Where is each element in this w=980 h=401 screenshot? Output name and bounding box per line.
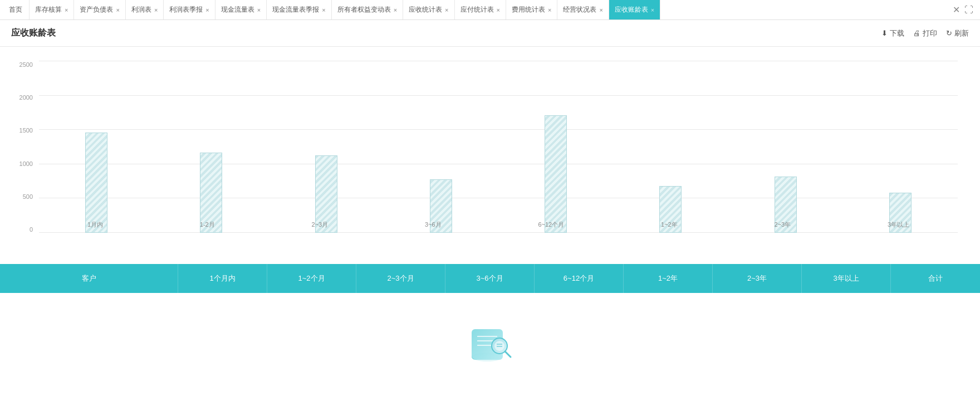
print-icon: 🖨 (913, 29, 920, 37)
x-label-5: 1~2年 (661, 221, 678, 229)
tab-ap-stats[interactable]: 应付统计表 × (455, 0, 506, 20)
page-header: 应收账龄表 ⬇ 下载 🖨 打印 ↻ 刷新 (0, 20, 980, 47)
print-label: 打印 (923, 28, 937, 38)
table-header-5: 6~12个月 (535, 264, 624, 293)
tab-ar-aging[interactable]: 应收账龄表 × (609, 0, 660, 20)
x-label-2: 2~3月 (312, 221, 329, 229)
window-controls: ✕ ⛶ (953, 4, 978, 15)
main-content: 2500 2000 1500 1000 500 0 (0, 47, 980, 401)
table-header-0: 客户 (0, 264, 178, 293)
tab-cashflow[interactable]: 现金流量表 × (215, 0, 267, 20)
tab-cashflow-quarter[interactable]: 现金流量表季报 × (267, 0, 331, 20)
chart-inner: 1月内1-2月2~3月3~6月6~12个月1~2年2~3年3年以上 (39, 61, 958, 233)
empty-illustration (459, 315, 521, 371)
y-label-2500a: 2500 (19, 61, 33, 68)
bar-group-4 (545, 115, 567, 233)
tab-balance[interactable]: 资产负债表 × (74, 0, 125, 20)
tab-inventory[interactable]: 库存核算 × (30, 0, 74, 20)
tab-close-profit-quarter[interactable]: × (205, 7, 209, 13)
tab-home[interactable]: 首页 (2, 0, 30, 20)
table-header-1: 1个月内 (178, 264, 267, 293)
tab-profit-quarter[interactable]: 利润表季报 × (164, 0, 215, 20)
y-label-1000: 1000 (19, 160, 33, 167)
x-label-4: 6~12个月 (538, 221, 564, 229)
x-label-1: 1-2月 (200, 221, 215, 229)
y-label-1500: 1500 (19, 127, 33, 134)
x-label-7: 3年以上 (888, 221, 909, 229)
tab-close-cashflow[interactable]: × (257, 7, 261, 13)
y-label-0: 0 (30, 226, 33, 233)
svg-line-7 (505, 351, 511, 357)
close-icon[interactable]: ✕ (953, 4, 960, 15)
x-axis: 1月内1-2月2~3月3~6月6~12个月1~2年2~3年3年以上 (39, 216, 958, 233)
table-header-7: 2~3年 (713, 264, 802, 293)
tab-equity[interactable]: 所有者权益变动表 × (332, 0, 403, 20)
x-label-3: 3~6月 (425, 221, 442, 229)
table-header-3: 2~3个月 (356, 264, 445, 293)
tab-close-equity[interactable]: × (394, 7, 397, 13)
refresh-label: 刷新 (954, 28, 969, 38)
page-title: 应收账龄表 (11, 27, 56, 39)
download-button[interactable]: ⬇ 下载 (881, 28, 904, 38)
tab-operation[interactable]: 经营状况表 × (557, 0, 609, 20)
tab-close-ar-stats[interactable]: × (445, 7, 448, 13)
refresh-icon: ↻ (946, 29, 952, 37)
tab-ar-stats[interactable]: 应收统计表 × (403, 0, 454, 20)
tab-close-cashflow-quarter[interactable]: × (322, 7, 325, 13)
table-header-2: 1~2个月 (267, 264, 356, 293)
tab-profit[interactable]: 利润表 × (126, 0, 164, 20)
y-axis: 2500 2000 1500 1000 500 0 (11, 61, 36, 233)
chart-area: 2500 2000 1500 1000 500 0 (0, 47, 980, 264)
tab-close-ap-stats[interactable]: × (497, 7, 500, 13)
tab-close-expense[interactable]: × (548, 7, 551, 13)
download-icon: ⬇ (881, 29, 888, 37)
table-header-9: 合计 (891, 264, 980, 293)
table-header-4: 3~6个月 (445, 264, 535, 293)
table-header-8: 3年以上 (802, 264, 891, 293)
header-actions: ⬇ 下载 🖨 打印 ↻ 刷新 (881, 28, 969, 38)
table-header-6: 1~2年 (624, 264, 713, 293)
chart-container: 2500 2000 1500 1000 500 0 (11, 56, 969, 255)
tab-close-operation[interactable]: × (599, 7, 602, 13)
tab-expense[interactable]: 费用统计表 × (506, 0, 557, 20)
tab-bar: 首页 库存核算 × 资产负债表 × 利润表 × 利润表季报 × 现金流量表 × … (0, 0, 980, 20)
refresh-button[interactable]: ↻ 刷新 (946, 28, 969, 38)
x-label-6: 2~3年 (775, 221, 791, 229)
y-label-2500b: 2000 (19, 94, 33, 101)
tab-close-inventory[interactable]: × (65, 7, 68, 13)
empty-state (0, 293, 980, 393)
tab-close-balance[interactable]: × (116, 7, 119, 13)
tab-close-ar-aging[interactable]: × (651, 7, 654, 13)
print-button[interactable]: 🖨 打印 (913, 28, 937, 38)
bars-area (39, 61, 958, 233)
x-label-0: 1月内 (87, 221, 103, 229)
y-label-500: 500 (23, 193, 33, 200)
svg-point-6 (494, 341, 504, 351)
maximize-icon[interactable]: ⛶ (964, 5, 973, 15)
download-label: 下载 (890, 28, 904, 38)
table-header: 客户1个月内1~2个月2~3个月3~6个月6~12个月1~2年2~3年3年以上合… (0, 264, 980, 293)
bar-4 (545, 115, 567, 233)
tab-close-profit[interactable]: × (154, 7, 158, 13)
